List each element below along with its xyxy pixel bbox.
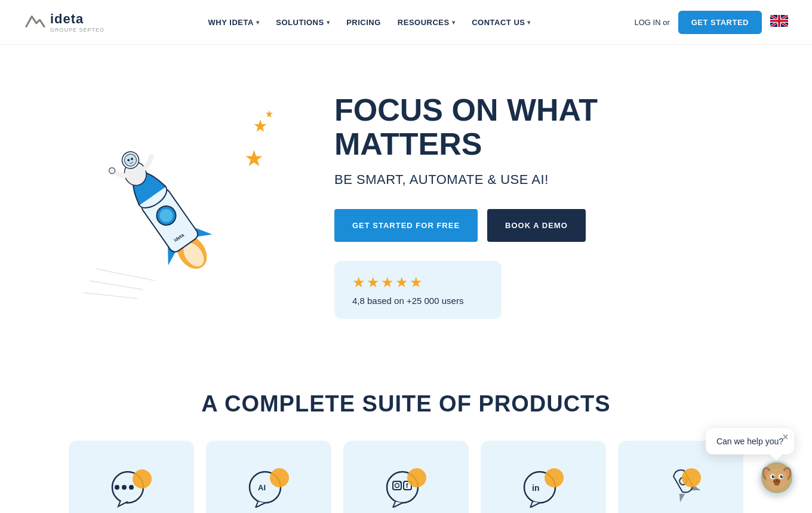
- product-card-linkedin[interactable]: in AI Assistant for Linkedin: [481, 441, 606, 513]
- products-section: A COMPLETE SUITE OF PRODUCTS Livechat St…: [0, 355, 812, 513]
- logo-text: ideta: [50, 11, 104, 27]
- get-started-free-button[interactable]: GET STARTED FOR FREE: [334, 209, 478, 242]
- hero-content: FOCUS ON WHAT MATTERS BE SMART, AUTOMATE…: [310, 93, 752, 319]
- svg-point-29: [270, 468, 289, 487]
- svg-text:AI: AI: [258, 483, 266, 492]
- logo-sub: GROUPE SEPTEO: [50, 27, 104, 33]
- chatbot-icon: AI: [247, 465, 290, 508]
- svg-point-54: [773, 475, 774, 477]
- svg-point-24: [129, 485, 134, 490]
- chat-message: Can we help you?: [716, 437, 783, 446]
- nav-solutions[interactable]: SOLUTIONS ▾: [276, 18, 330, 27]
- svg-line-20: [90, 281, 143, 290]
- logo[interactable]: ideta GROUPE SEPTEO: [24, 11, 104, 33]
- chat-bubble: × Can we help you?: [706, 428, 794, 454]
- nav-contact-us[interactable]: CONTACT US ▾: [472, 18, 531, 27]
- chat-avatar[interactable]: [759, 460, 794, 495]
- chevron-down-icon: ▾: [256, 19, 260, 26]
- chevron-down-icon: ▾: [327, 19, 330, 26]
- hero-subtitle: BE SMART, AUTOMATE & USE AI!: [334, 172, 752, 188]
- chevron-down-icon: ▾: [452, 19, 456, 26]
- webhooks-icon: [659, 465, 702, 508]
- chat-close-button[interactable]: ×: [783, 432, 788, 443]
- chat-widget: × Can we help you?: [706, 428, 794, 495]
- nav-pricing[interactable]: PRICING: [346, 18, 381, 27]
- svg-point-52: [772, 475, 775, 478]
- svg-marker-1: [246, 150, 263, 166]
- svg-text:f: f: [406, 483, 408, 489]
- book-demo-button[interactable]: BOOK A DEMO: [487, 209, 586, 242]
- svg-text:in: in: [532, 483, 539, 493]
- get-started-button[interactable]: GET STARTED: [678, 11, 762, 34]
- nav-why-ideta[interactable]: WHY IDETA ▾: [208, 18, 260, 27]
- products-grid: Livechat Start interacting with AI AI Ch…: [36, 441, 776, 513]
- svg-point-32: [395, 484, 399, 488]
- product-card-community[interactable]: f AI Community Manager: [343, 441, 469, 513]
- login-text[interactable]: LOG IN or: [634, 18, 669, 27]
- rating-text: 4,8 based on +25 000 users: [352, 296, 484, 306]
- svg-line-19: [96, 269, 155, 281]
- svg-point-25: [115, 485, 119, 490]
- livechat-icon: [110, 465, 153, 508]
- svg-point-39: [545, 468, 564, 487]
- svg-point-55: [782, 475, 783, 477]
- nav-resources[interactable]: RESOURCES ▾: [398, 18, 455, 27]
- svg-marker-2: [254, 119, 267, 132]
- product-card-livechat[interactable]: Livechat Start interacting with: [69, 441, 194, 513]
- nav-links: WHY IDETA ▾ SOLUTIONS ▾ PRICING RESOURCE…: [208, 18, 531, 27]
- svg-point-36: [407, 468, 426, 487]
- hero-illustration: ideta: [60, 96, 310, 317]
- star-icons: ★★★★★: [352, 274, 484, 291]
- product-card-chatbot[interactable]: AI AI Chatbot Build your own: [206, 441, 331, 513]
- svg-point-23: [122, 485, 127, 490]
- chevron-down-icon: ▾: [527, 19, 531, 26]
- linkedin-icon: in: [522, 465, 565, 508]
- hero-buttons: GET STARTED FOR FREE BOOK A DEMO: [334, 209, 752, 242]
- language-flag[interactable]: [770, 15, 788, 29]
- navbar: ideta GROUPE SEPTEO WHY IDETA ▾ SOLUTION…: [0, 0, 812, 45]
- rating-card: ★★★★★ 4,8 based on +25 000 users: [334, 261, 502, 319]
- svg-line-21: [84, 293, 137, 299]
- svg-point-43: [682, 468, 701, 487]
- svg-marker-3: [266, 110, 273, 118]
- hero-title: FOCUS ON WHAT MATTERS: [334, 93, 752, 161]
- community-icon: f: [385, 465, 427, 508]
- hero-section: ideta: [0, 45, 812, 355]
- svg-point-33: [400, 482, 401, 483]
- svg-point-53: [780, 475, 783, 478]
- products-title: A COMPLETE SUITE OF PRODUCTS: [36, 391, 776, 417]
- svg-point-58: [776, 480, 778, 481]
- svg-point-26: [133, 469, 152, 489]
- nav-right: LOG IN or GET STARTED: [634, 11, 788, 34]
